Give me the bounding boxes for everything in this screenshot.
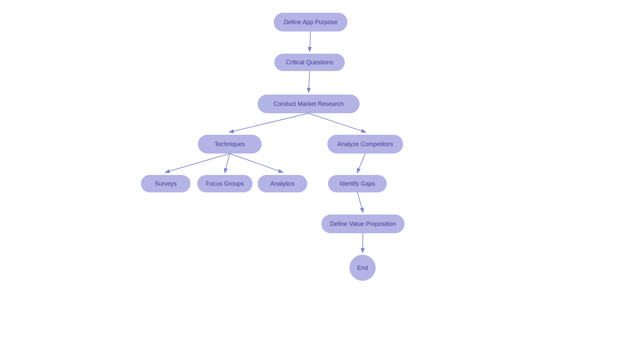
analytics: Analytics <box>258 175 307 192</box>
critical-questions: Critical Questions <box>274 54 345 71</box>
conduct-market-research: Conduct Market Research <box>258 95 360 113</box>
techniques: Techniques <box>198 135 262 154</box>
end: End <box>350 255 376 281</box>
surveys: Surveys <box>141 175 191 192</box>
diagram-container: Define App PurposeCritical QuestionsCond… <box>0 0 644 363</box>
define-value-proposition: Define Value Proposition <box>321 215 405 233</box>
define-app-purpose: Define App Purpose <box>274 13 347 32</box>
identify-gaps: Identify Gaps <box>328 175 387 192</box>
analyze-competitors: Analyze Competitors <box>327 135 403 154</box>
focus-groups: Focus Groups <box>197 175 253 192</box>
